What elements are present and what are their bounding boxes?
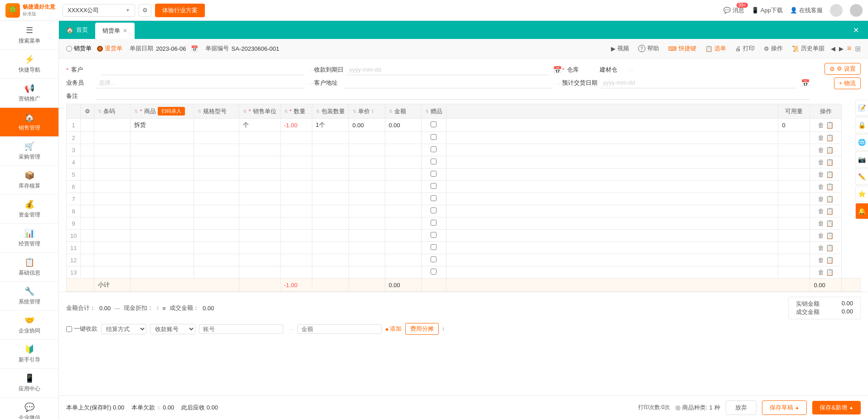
row-unit[interactable] bbox=[239, 254, 280, 266]
logistics-button[interactable]: + 物流 bbox=[834, 77, 861, 89]
row-copy-button[interactable]: 📋 bbox=[826, 159, 834, 166]
settlement-method-select[interactable]: 结算方式 bbox=[101, 324, 146, 334]
row-unit[interactable]: 个 bbox=[239, 119, 280, 132]
row-pack-qty[interactable] bbox=[312, 217, 349, 230]
row-pack-qty[interactable] bbox=[312, 254, 349, 266]
page-close-button[interactable]: ✕ bbox=[851, 24, 861, 36]
warehouse-more-icon[interactable]: ··· bbox=[629, 67, 634, 73]
row-gift[interactable] bbox=[421, 205, 446, 217]
calendar-icon[interactable]: 📅 bbox=[191, 45, 198, 52]
row-copy-button[interactable]: 📋 bbox=[826, 207, 834, 215]
row-barcode[interactable] bbox=[94, 181, 131, 193]
row-gift[interactable] bbox=[421, 242, 446, 254]
sidebar-item-finance[interactable]: 💰 资金管理 bbox=[0, 195, 58, 224]
row-barcode[interactable] bbox=[94, 119, 131, 132]
row-amount[interactable] bbox=[385, 181, 421, 193]
row-spec[interactable] bbox=[194, 205, 239, 217]
sidebar-item-sales[interactable]: 🏠 销售管理 bbox=[0, 108, 58, 137]
sidebar-item-enterprise[interactable]: 🤝 企业协同 bbox=[0, 311, 58, 340]
account-input[interactable] bbox=[199, 324, 283, 334]
row-spec[interactable] bbox=[194, 254, 239, 266]
sidebar-item-operations[interactable]: 📊 经营管理 bbox=[0, 224, 58, 253]
tab-close-icon[interactable]: ✕ bbox=[123, 28, 127, 34]
row-copy-button[interactable]: 📋 bbox=[826, 146, 834, 154]
row-barcode[interactable] bbox=[94, 132, 131, 144]
salesperson-more-icon[interactable]: ··· bbox=[309, 80, 314, 87]
message-button[interactable]: 💬 消息 99+ bbox=[723, 6, 744, 14]
row-spec[interactable] bbox=[194, 132, 239, 144]
right-panel-notes-btn[interactable]: 📝 bbox=[855, 100, 868, 116]
row-amount[interactable] bbox=[385, 230, 421, 242]
row-delete-button[interactable]: 🗑 bbox=[818, 232, 824, 239]
row-barcode[interactable] bbox=[94, 193, 131, 205]
row-spec[interactable] bbox=[194, 181, 239, 193]
print-button[interactable]: 🖨 打印 bbox=[732, 43, 757, 53]
row-unit[interactable] bbox=[239, 156, 280, 169]
row-amount[interactable] bbox=[385, 266, 421, 279]
product-kind[interactable]: ◎ 商品种类: 1 种 bbox=[675, 404, 720, 412]
row-quantity[interactable] bbox=[280, 266, 312, 279]
row-price[interactable] bbox=[349, 181, 385, 193]
trial-button[interactable]: 体验行业方案 bbox=[155, 4, 205, 17]
row-copy-button[interactable]: 📋 bbox=[826, 171, 834, 178]
select-button[interactable]: 📋 选单 bbox=[703, 43, 729, 53]
row-copy-button[interactable]: 📋 bbox=[826, 195, 834, 202]
row-delete-button[interactable]: 🗑 bbox=[818, 269, 824, 276]
row-copy-button[interactable]: 📋 bbox=[826, 183, 834, 190]
row-amount[interactable] bbox=[385, 156, 421, 169]
row-spec[interactable] bbox=[194, 230, 239, 242]
row-amount[interactable] bbox=[385, 144, 421, 156]
row-amount[interactable]: 0.00 bbox=[385, 119, 421, 132]
row-pack-qty[interactable] bbox=[312, 193, 349, 205]
row-amount[interactable] bbox=[385, 193, 421, 205]
row-quantity[interactable] bbox=[280, 217, 312, 230]
row-pack-qty[interactable] bbox=[312, 181, 349, 193]
right-panel-camera-btn[interactable]: 📷 bbox=[855, 151, 868, 168]
sidebar-item-inventory[interactable]: 📦 库存核算 bbox=[0, 166, 58, 195]
row-product[interactable] bbox=[131, 181, 194, 193]
row-unit[interactable] bbox=[239, 217, 280, 230]
row-copy-button[interactable]: 📋 bbox=[826, 232, 834, 239]
row-quantity[interactable] bbox=[280, 144, 312, 156]
row-gift[interactable] bbox=[421, 217, 446, 230]
row-pack-qty[interactable] bbox=[312, 205, 349, 217]
row-product[interactable] bbox=[131, 156, 194, 169]
sidebar-item-wechat[interactable]: 💬 企业微信 bbox=[0, 398, 58, 419]
row-spec[interactable] bbox=[194, 193, 239, 205]
row-delete-button[interactable]: 🗑 bbox=[818, 183, 824, 190]
row-product[interactable] bbox=[131, 205, 194, 217]
row-barcode[interactable] bbox=[94, 266, 131, 279]
row-spec[interactable] bbox=[194, 217, 239, 230]
right-panel-lock-btn[interactable]: 🔒 bbox=[855, 117, 868, 133]
row-price[interactable] bbox=[349, 169, 385, 181]
tab-sales-order[interactable]: 销货单 ✕ bbox=[95, 23, 135, 39]
row-spec[interactable] bbox=[194, 119, 239, 132]
row-quantity[interactable] bbox=[280, 205, 312, 217]
row-spec[interactable] bbox=[194, 156, 239, 169]
row-barcode[interactable] bbox=[94, 242, 131, 254]
row-product[interactable] bbox=[131, 254, 194, 266]
row-delete-button[interactable]: 🗑 bbox=[818, 244, 824, 251]
th-settings[interactable]: ⚙ bbox=[81, 104, 94, 119]
help-button[interactable]: ? 帮助 bbox=[635, 43, 662, 53]
expense-split-button[interactable]: 费用分摊 bbox=[405, 323, 439, 335]
top-settings-button[interactable]: ⚙ bbox=[139, 4, 151, 17]
company-selector[interactable]: XXXXX公司 ▼ bbox=[63, 4, 135, 17]
row-product[interactable]: 拆货 bbox=[131, 119, 194, 132]
row-unit[interactable] bbox=[239, 266, 280, 279]
notes-input[interactable] bbox=[96, 92, 810, 100]
one-click-payment[interactable]: 一键收款 bbox=[66, 325, 97, 333]
expected-delivery-input[interactable] bbox=[600, 77, 796, 88]
row-delete-button[interactable]: 🗑 bbox=[818, 134, 824, 141]
row-quantity[interactable] bbox=[280, 254, 312, 266]
row-barcode[interactable] bbox=[94, 205, 131, 217]
row-spec[interactable] bbox=[194, 266, 239, 279]
right-panel-edit-btn[interactable]: ✏️ bbox=[855, 169, 868, 185]
row-quantity[interactable] bbox=[280, 230, 312, 242]
row-price[interactable] bbox=[349, 205, 385, 217]
delivery-calendar-icon[interactable]: 📅 bbox=[801, 79, 810, 87]
nav-next-icon[interactable]: ▶ bbox=[839, 45, 844, 52]
row-price[interactable]: 0.00 bbox=[349, 119, 385, 132]
row-barcode[interactable] bbox=[94, 254, 131, 266]
salesperson-input[interactable] bbox=[96, 77, 305, 88]
